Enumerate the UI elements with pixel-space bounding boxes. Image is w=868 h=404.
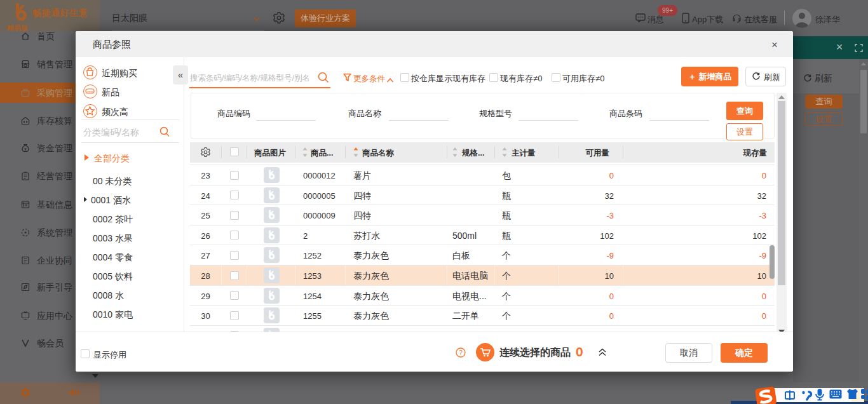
svg-text:?: ? <box>459 349 463 356</box>
svg-text:new: new <box>87 90 93 93</box>
